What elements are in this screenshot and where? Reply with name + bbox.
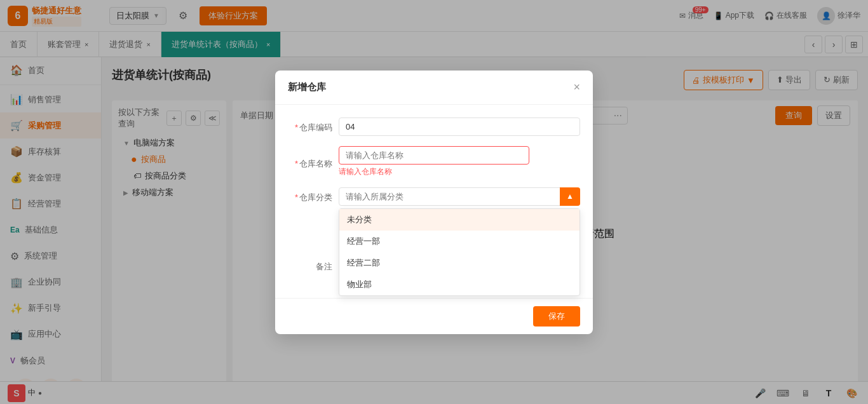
dialog-overlay: 新增仓库 × 仓库编码 仓库名称 请输入仓库名称 仓库分 bbox=[0, 0, 868, 404]
dialog-header: 新增仓库 × bbox=[275, 71, 593, 105]
name-field-col: 请输入仓库名称 bbox=[339, 146, 529, 177]
category-option-dept1[interactable]: 经营一部 bbox=[339, 231, 580, 252]
category-dropdown: 未分类 经营一部 经营二部 物业部 bbox=[339, 208, 580, 296]
category-toggle-icon[interactable]: ▲ bbox=[560, 187, 580, 206]
save-button[interactable]: 保存 bbox=[533, 306, 580, 327]
dialog-footer: 保存 bbox=[275, 298, 593, 334]
category-label: 仓库分类 bbox=[288, 187, 339, 203]
code-input[interactable] bbox=[339, 118, 580, 136]
category-option-dept3[interactable]: 物业部 bbox=[339, 274, 580, 295]
code-label: 仓库编码 bbox=[288, 118, 339, 133]
category-option-dept2[interactable]: 经营二部 bbox=[339, 252, 580, 274]
name-input[interactable] bbox=[339, 146, 529, 165]
category-option-none[interactable]: 未分类 bbox=[339, 209, 580, 231]
dialog-body: 仓库编码 仓库名称 请输入仓库名称 仓库分类 ▲ bbox=[275, 105, 593, 298]
category-input[interactable] bbox=[339, 187, 580, 206]
dialog-title: 新增仓库 bbox=[288, 81, 326, 93]
dialog-close-icon[interactable]: × bbox=[573, 81, 580, 94]
category-input-wrap: ▲ 未分类 经营一部 经营二部 物业部 bbox=[339, 187, 580, 206]
name-error-message: 请输入仓库名称 bbox=[339, 166, 529, 177]
name-label: 仓库名称 bbox=[288, 154, 339, 170]
note-label: 备注 bbox=[288, 257, 339, 273]
add-warehouse-dialog: 新增仓库 × 仓库编码 仓库名称 请输入仓库名称 仓库分 bbox=[275, 71, 593, 334]
form-row-name: 仓库名称 请输入仓库名称 bbox=[288, 146, 580, 177]
form-row-code: 仓库编码 bbox=[288, 118, 580, 136]
form-row-category: 仓库分类 ▲ 未分类 经营一部 经营二部 物业部 bbox=[288, 187, 580, 206]
